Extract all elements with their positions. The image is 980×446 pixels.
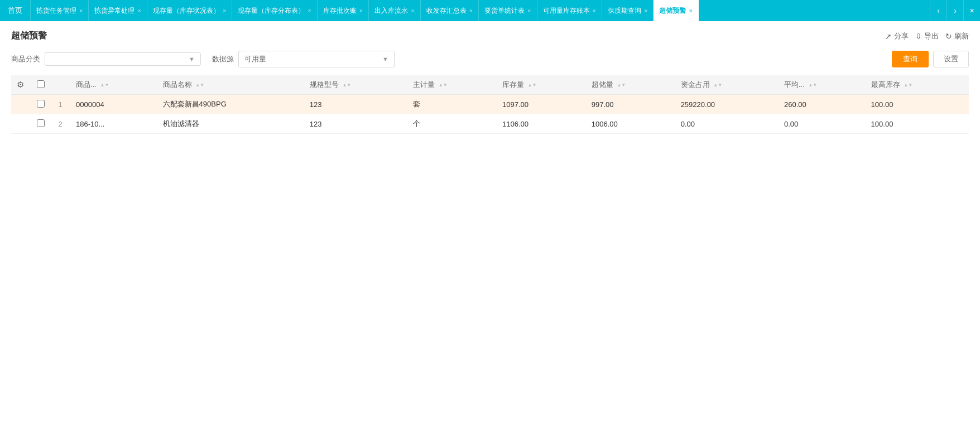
th-overstock[interactable]: 超储量 ▲▼ xyxy=(586,75,675,95)
sort-stock-icon: ▲▼ xyxy=(528,83,537,88)
settings-button[interactable]: 设置 xyxy=(933,51,969,67)
nav-tab-close-icon[interactable]: × xyxy=(359,7,363,14)
row-avg: 0.00 xyxy=(779,114,866,134)
row-checkbox[interactable] xyxy=(37,100,45,108)
row-capital: 0.00 xyxy=(675,114,779,134)
th-spec[interactable]: 规格型号 ▲▼ xyxy=(304,75,407,95)
row-spec: 123 xyxy=(304,95,407,114)
row-spec: 123 xyxy=(304,114,407,134)
category-select[interactable]: ▼ xyxy=(45,52,201,66)
nav-close-btn[interactable]: × xyxy=(963,0,980,21)
refresh-icon: ↻ xyxy=(945,32,952,41)
nav-tab-2[interactable]: 现存量（库存状况表）× xyxy=(147,0,232,21)
top-nav: 首页 拣货任务管理×拣货异常处理×现存量（库存状况表）×现存量（库存分布表）×库… xyxy=(0,0,980,21)
datasource-label: 数据源 xyxy=(212,54,234,64)
row-max-stock: 100.00 xyxy=(866,95,969,114)
th-product-code-label: 商品... xyxy=(76,80,97,89)
nav-tab-close-icon[interactable]: × xyxy=(137,7,141,14)
nav-tab-5[interactable]: 出入库流水× xyxy=(369,0,420,21)
th-avg[interactable]: 平均... ▲▼ xyxy=(779,75,866,95)
datasource-filter: 数据源 可用量 ▼ xyxy=(212,51,395,67)
nav-tab-10[interactable]: 超储预警× xyxy=(654,0,698,21)
th-stock[interactable]: 库存量 ▲▼ xyxy=(497,75,586,95)
home-label: 首页 xyxy=(8,6,22,16)
nav-tab-label: 现存量（库存分布表） xyxy=(238,6,305,16)
row-product-code: 186-10... xyxy=(70,114,157,134)
export-icon: ⇩ xyxy=(915,32,922,41)
nav-tab-7[interactable]: 要货单统计表× xyxy=(479,0,537,21)
category-chevron-icon: ▼ xyxy=(189,56,195,62)
nav-tab-label: 拣货任务管理 xyxy=(36,6,76,16)
nav-prev-btn[interactable]: ‹ xyxy=(930,0,947,21)
nav-tab-3[interactable]: 现存量（库存分布表）× xyxy=(232,0,317,21)
row-num: 2 xyxy=(50,114,70,134)
export-button[interactable]: ⇩ 导出 xyxy=(915,31,939,41)
th-product-name-label: 商品名称 xyxy=(163,80,192,89)
datasource-select[interactable]: 可用量 ▼ xyxy=(238,51,395,67)
nav-tab-close-icon[interactable]: × xyxy=(411,7,414,14)
th-capital[interactable]: 资金占用 ▲▼ xyxy=(675,75,779,95)
row-checkbox-cell[interactable] xyxy=(31,95,50,114)
nav-tab-label: 拣货异常处理 xyxy=(94,6,134,16)
header-actions: ➚ 分享 ⇩ 导出 ↻ 刷新 xyxy=(885,31,969,41)
nav-tab-1[interactable]: 拣货异常处理× xyxy=(89,0,147,21)
table-header-row: ⚙ 商品... ▲▼ 商品名称 ▲▼ 规格型号 ▲▼ xyxy=(11,75,969,95)
datasource-value: 可用量 xyxy=(244,54,266,64)
row-overstock: 1006.00 xyxy=(586,114,675,134)
table-row: 2 186-10... 机油滤清器 123 个 1106.00 1006.00 … xyxy=(11,114,969,134)
refresh-button[interactable]: ↻ 刷新 xyxy=(945,31,969,41)
nav-arrows: ‹ › × xyxy=(930,0,980,21)
page-header: 超储预警 ➚ 分享 ⇩ 导出 ↻ 刷新 xyxy=(11,30,969,42)
th-product-name[interactable]: 商品名称 ▲▼ xyxy=(157,75,304,95)
row-checkbox[interactable] xyxy=(37,119,45,127)
th-max-stock[interactable]: 最高库存 ▲▼ xyxy=(866,75,969,95)
row-product-name: 六配套新昌490BPG xyxy=(157,95,304,114)
select-all-checkbox[interactable] xyxy=(37,80,45,88)
table-row: 1 0000004 六配套新昌490BPG 123 套 1097.00 997.… xyxy=(11,95,969,114)
row-max-stock: 100.00 xyxy=(866,114,969,134)
category-label: 商品分类 xyxy=(11,54,40,64)
nav-tab-close-icon[interactable]: × xyxy=(527,7,531,14)
page-content: 超储预警 ➚ 分享 ⇩ 导出 ↻ 刷新 商品分类 ▼ 数据源 xyxy=(0,21,980,446)
th-spec-label: 规格型号 xyxy=(310,80,339,89)
nav-tab-label: 库存批次账 xyxy=(323,6,357,16)
sort-max-stock-icon: ▲▼ xyxy=(904,83,912,88)
th-avg-label: 平均... xyxy=(784,80,805,89)
share-button[interactable]: ➚ 分享 xyxy=(885,31,909,41)
nav-tab-close-icon[interactable]: × xyxy=(689,7,692,14)
row-stock: 1106.00 xyxy=(497,114,586,134)
th-unit[interactable]: 主计量 ▲▼ xyxy=(407,75,497,95)
nav-tab-4[interactable]: 库存批次账× xyxy=(318,0,369,21)
nav-next-btn[interactable]: › xyxy=(947,0,963,21)
row-num: 1 xyxy=(50,95,70,114)
row-checkbox-cell[interactable] xyxy=(31,114,50,134)
sort-unit-icon: ▲▼ xyxy=(439,83,448,88)
row-unit: 套 xyxy=(407,95,497,114)
datasource-chevron-icon: ▼ xyxy=(382,56,388,62)
th-gear[interactable]: ⚙ xyxy=(11,75,31,95)
nav-tab-label: 超储预警 xyxy=(659,6,686,16)
filter-row: 商品分类 ▼ 数据源 可用量 ▼ 查询 设置 xyxy=(11,51,969,67)
nav-tab-close-icon[interactable]: × xyxy=(469,7,473,14)
query-button[interactable]: 查询 xyxy=(892,51,929,67)
row-stock: 1097.00 xyxy=(497,95,586,114)
th-row-num xyxy=(50,75,70,95)
nav-tab-close-icon[interactable]: × xyxy=(308,7,311,14)
nav-tab-9[interactable]: 保质期查询× xyxy=(602,0,654,21)
th-checkbox[interactable] xyxy=(31,75,50,95)
nav-home[interactable]: 首页 xyxy=(0,0,31,21)
export-label: 导出 xyxy=(924,31,939,41)
nav-tab-close-icon[interactable]: × xyxy=(79,7,83,14)
nav-tab-8[interactable]: 可用量库存账本× xyxy=(537,0,602,21)
nav-tab-6[interactable]: 收发存汇总表× xyxy=(421,0,479,21)
nav-tab-label: 现存量（库存状况表） xyxy=(153,6,220,16)
nav-tab-close-icon[interactable]: × xyxy=(223,7,226,14)
nav-tab-close-icon[interactable]: × xyxy=(593,7,596,14)
nav-tab-0[interactable]: 拣货任务管理× xyxy=(31,0,89,21)
th-product-code[interactable]: 商品... ▲▼ xyxy=(70,75,157,95)
nav-tab-close-icon[interactable]: × xyxy=(644,7,647,14)
row-gear-cell xyxy=(11,95,31,114)
category-filter: 商品分类 ▼ xyxy=(11,52,201,66)
row-unit: 个 xyxy=(407,114,497,134)
gear-icon[interactable]: ⚙ xyxy=(17,80,24,89)
